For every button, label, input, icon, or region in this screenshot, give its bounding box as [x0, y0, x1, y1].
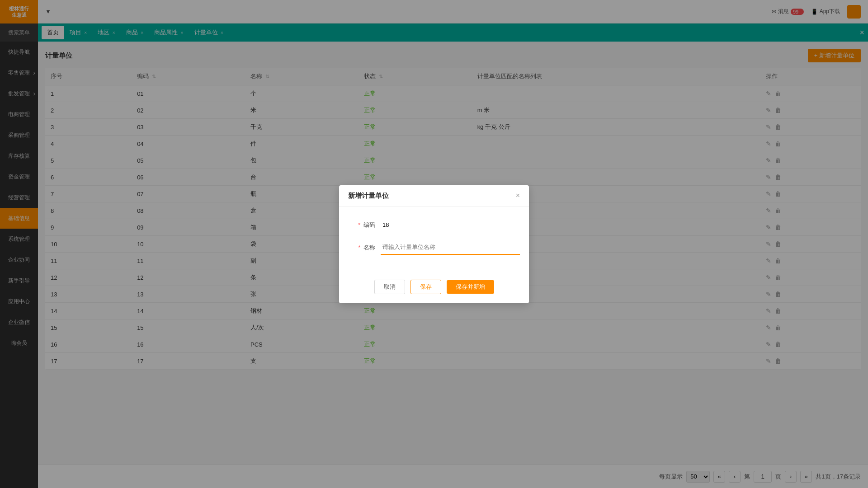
modal-header: 新增计量单位 ×	[339, 185, 529, 207]
code-label: * 编码	[348, 221, 375, 229]
code-field-row: * 编码	[348, 218, 520, 232]
name-field-row: * 名称	[348, 240, 520, 255]
modal-footer: 取消 保存 保存并新增	[339, 274, 529, 303]
modal-title: 新增计量单位	[348, 192, 389, 200]
add-unit-modal: 新增计量单位 × * 编码 * 名称 取消 保存 保存并新增	[339, 185, 529, 303]
save-button[interactable]: 保存	[410, 280, 441, 294]
cancel-button[interactable]: 取消	[374, 280, 405, 294]
required-mark: *	[358, 221, 360, 228]
modal-body: * 编码 * 名称	[339, 207, 529, 274]
code-input[interactable]	[381, 218, 520, 232]
save-and-add-button[interactable]: 保存并新增	[447, 280, 494, 294]
name-input[interactable]	[381, 240, 520, 255]
modal-close-button[interactable]: ×	[516, 192, 520, 200]
required-mark: *	[358, 244, 360, 251]
modal-overlay: 新增计量单位 × * 编码 * 名称 取消 保存 保存并新增	[0, 0, 868, 488]
name-label: * 名称	[348, 244, 375, 252]
